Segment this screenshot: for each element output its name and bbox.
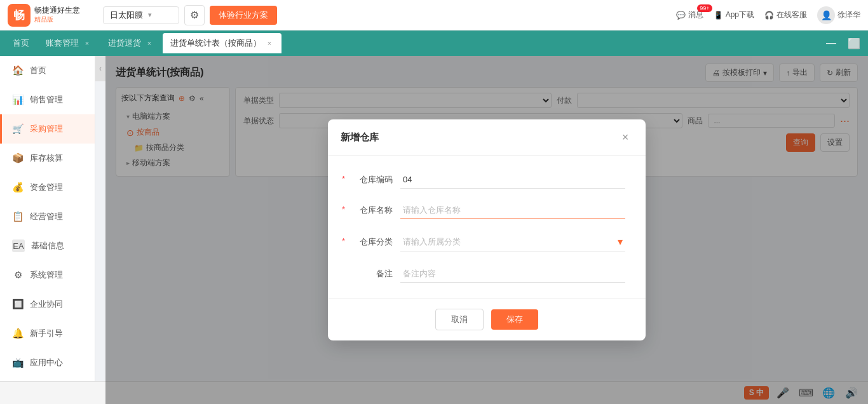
apps-icon: 📺: [12, 357, 24, 368]
guide-icon: 🔔: [12, 328, 24, 339]
tab-purchase-stat-label: 进货单统计表（按商品）: [170, 37, 261, 49]
sidebar-item-purchase-label: 采购管理: [30, 123, 63, 135]
category-arrow-icon: ▾: [618, 236, 623, 248]
chevron-down-icon: ▾: [148, 11, 152, 19]
username: 徐泽华: [837, 10, 860, 20]
system-icon: ⚙: [12, 269, 24, 281]
message-icon: 💬: [676, 11, 686, 20]
form-row-category: 仓库分类 请输入所属分类 ▾: [348, 232, 625, 252]
sidebar-item-inventory[interactable]: 📦 库存核算: [0, 144, 95, 173]
warehouse-category-select[interactable]: 请输入所属分类 ▾: [400, 232, 625, 252]
sidebar-item-inventory-label: 库存核算: [30, 152, 63, 164]
form-label-name: 仓库名称: [348, 205, 393, 216]
sidebar-item-guide[interactable]: 🔔 新手引导: [0, 319, 95, 348]
dialog-close-button[interactable]: ×: [618, 130, 633, 145]
store-name: 日太阳膜: [110, 10, 143, 21]
sidebar-item-apps-label: 应用中心: [30, 357, 63, 368]
logo-icon: 畅: [8, 4, 31, 27]
top-bar: 畅 畅捷通好生意 精品版 日太阳膜 ▾ ⚙ 体验行业方案 💬 消息 99+ 📱 …: [0, 0, 868, 30]
sidebar-item-basic-label: 基础信息: [31, 240, 64, 252]
sidebar: 🏠 首页 📊 销售管理 🛒 采购管理 📦 库存核算 💰 资金管理 📋 经营管理 …: [0, 56, 95, 404]
tab-home[interactable]: 首页: [5, 33, 37, 53]
sidebar-item-system-label: 系统管理: [30, 269, 63, 281]
home-icon: 🏠: [12, 65, 24, 76]
sidebar-item-enterprise[interactable]: 🔲 企业协同: [0, 290, 95, 319]
message-item[interactable]: 💬 消息 99+: [676, 10, 703, 20]
logo-sub: 精品版: [34, 15, 80, 24]
store-select[interactable]: 日太阳膜 ▾: [103, 6, 179, 24]
dialog-title: 新增仓库: [341, 131, 379, 144]
sidebar-collapse-button[interactable]: ‹: [95, 56, 105, 81]
new-warehouse-dialog: 新增仓库 × 仓库编码 仓库名称 仓库分类: [328, 119, 646, 340]
inventory-icon: 📦: [12, 152, 24, 164]
phone-icon: 📱: [714, 11, 723, 20]
sidebar-item-operation-label: 经营管理: [30, 211, 63, 222]
tab-home-label: 首页: [13, 37, 29, 49]
chevron-left-icon: ‹: [99, 64, 102, 73]
app-download-label: App下载: [726, 10, 754, 20]
sidebar-item-basic[interactable]: EA 基础信息: [0, 231, 95, 260]
sales-icon: 📊: [12, 94, 24, 105]
avatar: 👤: [817, 6, 835, 24]
tab-account[interactable]: 账套管理 ×: [38, 33, 99, 53]
basic-icon: EA: [12, 239, 25, 252]
top-bar-center: 日太阳膜 ▾ ⚙ 体验行业方案: [103, 5, 666, 25]
warehouse-name-input[interactable]: [400, 201, 625, 219]
sidebar-item-apps[interactable]: 📺 应用中心: [0, 348, 95, 377]
sidebar-item-guide-label: 新手引导: [30, 328, 63, 339]
save-button[interactable]: 保存: [491, 309, 538, 330]
sidebar-item-purchase[interactable]: 🛒 采购管理: [0, 114, 95, 144]
sidebar-item-enterprise-label: 企业协同: [30, 299, 63, 310]
warehouse-remark-input[interactable]: [400, 265, 625, 283]
tab-account-label: 账套管理: [46, 37, 79, 49]
form-label-category: 仓库分类: [348, 236, 393, 248]
logo-text: 畅捷通好生意: [34, 6, 80, 16]
sidebar-item-operation[interactable]: 📋 经营管理: [0, 202, 95, 231]
warehouse-category-placeholder: 请输入所属分类: [403, 236, 618, 248]
app-download-item[interactable]: 📱 App下载: [714, 10, 754, 20]
top-bar-right: 💬 消息 99+ 📱 App下载 🎧 在线客服 👤 徐泽华: [676, 6, 860, 24]
tab-maximize-icon[interactable]: ⬜: [845, 34, 863, 52]
online-service-item[interactable]: 🎧 在线客服: [764, 10, 807, 20]
main-layout: 🏠 首页 📊 销售管理 🛒 采购管理 📦 库存核算 💰 资金管理 📋 经营管理 …: [0, 56, 868, 404]
content-area: 进货单统计(按商品) 🖨 按模板打印 ▾ ↑ 导出 ↻ 刷新: [105, 56, 868, 404]
form-label-code: 仓库编码: [348, 174, 393, 185]
user-area[interactable]: 👤 徐泽华: [817, 6, 860, 24]
tab-purchase-return-label: 进货退货: [108, 37, 141, 49]
logo-area: 畅 畅捷通好生意 精品版: [8, 4, 103, 27]
form-label-remark: 备注: [348, 268, 393, 279]
sidebar-item-sales-label: 销售管理: [30, 94, 63, 105]
tab-purchase-return-close[interactable]: ×: [145, 39, 154, 48]
tab-purchase-stat-close[interactable]: ×: [265, 39, 274, 48]
form-row-name: 仓库名称: [348, 201, 625, 219]
modal-overlay: 新增仓库 × 仓库编码 仓库名称 仓库分类: [105, 56, 868, 404]
operation-icon: 📋: [12, 211, 24, 222]
online-service-label: 在线客服: [776, 10, 807, 20]
sidebar-item-system[interactable]: ⚙ 系统管理: [0, 260, 95, 290]
settings-icon[interactable]: ⚙: [184, 5, 205, 25]
headset-icon: 🎧: [764, 11, 774, 20]
tab-account-close[interactable]: ×: [83, 39, 92, 48]
message-badge: 99+: [697, 4, 712, 12]
tab-purchase-return[interactable]: 进货退货 ×: [100, 33, 161, 53]
tabs-bar-right: — ⬜: [822, 34, 863, 52]
trial-button[interactable]: 体验行业方案: [210, 6, 277, 25]
form-row-remark: 备注: [348, 265, 625, 283]
form-row-code: 仓库编码: [348, 171, 625, 189]
warehouse-code-input[interactable]: [400, 171, 625, 189]
tab-minimize-icon[interactable]: —: [822, 34, 840, 52]
sidebar-item-sales[interactable]: 📊 销售管理: [0, 85, 95, 114]
enterprise-icon: 🔲: [12, 299, 24, 310]
dialog-footer: 取消 保存: [328, 298, 646, 340]
sidebar-item-home[interactable]: 🏠 首页: [0, 56, 95, 85]
cancel-button[interactable]: 取消: [435, 309, 484, 330]
dialog-header: 新增仓库 ×: [328, 119, 646, 156]
dialog-body: 仓库编码 仓库名称 仓库分类 请输入所属分类 ▾: [328, 156, 646, 298]
tabs-bar: 首页 账套管理 × 进货退货 × 进货单统计表（按商品） × — ⬜: [0, 30, 868, 56]
finance-icon: 💰: [12, 182, 24, 193]
sidebar-item-finance-label: 资金管理: [30, 182, 63, 193]
sidebar-item-home-label: 首页: [30, 65, 46, 76]
sidebar-item-finance[interactable]: 💰 资金管理: [0, 173, 95, 202]
purchase-icon: 🛒: [12, 123, 24, 135]
tab-purchase-stat[interactable]: 进货单统计表（按商品） ×: [163, 33, 281, 53]
